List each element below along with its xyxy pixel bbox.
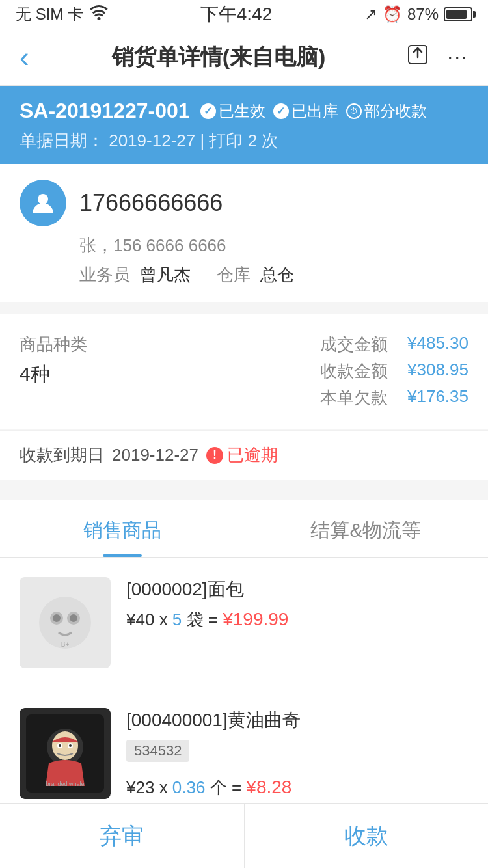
product-details-2: [000400001]黄油曲奇 534532 ¥23 x 0.36 个 = ¥8… bbox=[126, 708, 468, 799]
stats-left: 商品种类 4种 bbox=[20, 333, 87, 409]
overdue-badge: ! 已逾期 bbox=[206, 444, 278, 467]
warehouse-info: 仓库 总仓 bbox=[217, 264, 294, 286]
product-price-1: ¥40 x 5 袋 = ¥199.99 bbox=[126, 608, 468, 631]
customer-top: 17666666666 bbox=[20, 180, 468, 226]
status-badge-2: ✓ 已出库 bbox=[273, 101, 338, 122]
divider-1 bbox=[0, 303, 488, 314]
svg-point-1 bbox=[38, 194, 48, 204]
nav-right-icons: ··· bbox=[408, 45, 468, 70]
product-image-2: branded whale bbox=[20, 708, 111, 799]
svg-point-14 bbox=[69, 744, 72, 747]
bottom-bar: 弃审 收款 bbox=[0, 803, 488, 868]
svg-text:B+: B+ bbox=[61, 641, 70, 648]
tab-settlement[interactable]: 结算&物流等 bbox=[244, 500, 488, 557]
svg-point-13 bbox=[59, 744, 61, 747]
salesman-info: 业务员 曾凡杰 bbox=[79, 264, 191, 286]
type-value: 4种 bbox=[20, 361, 87, 388]
deal-row: 成交金额 ¥485.30 bbox=[320, 333, 468, 356]
status-badge-1: ✓ 已生效 bbox=[200, 101, 265, 122]
debt-row: 本单欠款 ¥176.35 bbox=[320, 387, 468, 409]
customer-meta: 业务员 曾凡杰 仓库 总仓 bbox=[79, 264, 468, 286]
product-price-2: ¥23 x 0.36 个 = ¥8.28 bbox=[126, 776, 468, 799]
customer-avatar bbox=[20, 180, 66, 226]
product-image-1: B+ bbox=[20, 577, 111, 668]
clock-icon: ⏱ bbox=[346, 103, 362, 119]
status-right: ↗ ⏰ 87% bbox=[364, 5, 472, 23]
status-time: 下午4:42 bbox=[200, 2, 273, 27]
divider-2 bbox=[0, 480, 488, 490]
due-date-label: 收款到期日 bbox=[20, 444, 104, 467]
product-name-2: [000400001]黄油曲奇 bbox=[126, 708, 468, 733]
check-icon-1: ✓ bbox=[200, 103, 216, 119]
received-row: 收款金额 ¥308.95 bbox=[320, 360, 468, 383]
product-sku-wrapper: 534532 bbox=[126, 739, 468, 770]
nav-bar: ‹ 销货单详情(来自电脑) ··· bbox=[0, 29, 488, 86]
due-date-value: 2019-12-27 bbox=[112, 445, 198, 465]
order-number: SA-20191227-001 bbox=[20, 99, 190, 123]
location-icon: ↗ bbox=[364, 5, 377, 23]
stats-grid: 商品种类 4种 成交金额 ¥485.30 收款金额 ¥308.95 本单欠款 ¥… bbox=[20, 333, 468, 409]
product-item-2: branded whale [000400001]黄油曲奇 534532 ¥23… bbox=[0, 688, 488, 819]
wifi-icon bbox=[90, 5, 108, 23]
stats-right: 成交金额 ¥485.30 收款金额 ¥308.95 本单欠款 ¥176.35 bbox=[320, 333, 468, 409]
alarm-icon: ⏰ bbox=[383, 5, 402, 23]
product-item: B+ [0000002]面包 ¥40 x 5 袋 = ¥199.99 bbox=[0, 558, 488, 688]
share-icon[interactable] bbox=[408, 45, 427, 70]
overdue-icon: ! bbox=[206, 447, 223, 464]
svg-point-5 bbox=[53, 614, 61, 622]
product-image-2-bg: branded whale bbox=[20, 708, 111, 799]
more-icon[interactable]: ··· bbox=[447, 45, 468, 69]
page-title: 销货单详情(来自电脑) bbox=[112, 42, 326, 72]
battery-text: 87% bbox=[407, 5, 439, 23]
type-label: 商品种类 bbox=[20, 333, 87, 356]
check-icon-2: ✓ bbox=[273, 103, 289, 119]
cancel-review-button[interactable]: 弃审 bbox=[0, 804, 245, 868]
product-details-1: [0000002]面包 ¥40 x 5 袋 = ¥199.99 bbox=[126, 577, 468, 668]
customer-section: 17666666666 张，156 6666 6666 业务员 曾凡杰 仓库 总… bbox=[0, 164, 488, 302]
svg-text:branded whale: branded whale bbox=[46, 781, 84, 787]
customer-phone: 17666666666 bbox=[79, 189, 223, 217]
product-name-1: [0000002]面包 bbox=[126, 577, 468, 602]
tab-underline bbox=[103, 554, 142, 557]
product-sku: 534532 bbox=[126, 740, 189, 762]
customer-contact: 张，156 6666 6666 bbox=[79, 234, 468, 257]
tabs-row: 销售商品 结算&物流等 bbox=[0, 500, 488, 558]
svg-point-6 bbox=[70, 614, 77, 622]
status-bar: 无 SIM 卡 下午4:42 ↗ ⏰ 87% bbox=[0, 0, 488, 29]
blue-date: 单据日期： 2019-12-27 | 打印 2 次 bbox=[20, 129, 468, 152]
due-date-section: 收款到期日 2019-12-27 ! 已逾期 bbox=[0, 430, 488, 480]
blue-header: SA-20191227-001 ✓ 已生效 ✓ 已出库 ⏱ 部分收款 单据日期：… bbox=[0, 86, 488, 164]
tabs-section: 销售商品 结算&物流等 bbox=[0, 500, 488, 558]
battery-icon bbox=[444, 7, 472, 21]
product-placeholder-1: B+ bbox=[20, 577, 111, 668]
status-badge-3: ⏱ 部分收款 bbox=[346, 101, 427, 122]
status-badges: ✓ 已生效 ✓ 已出库 ⏱ 部分收款 bbox=[200, 101, 427, 122]
product-list: B+ [0000002]面包 ¥40 x 5 袋 = ¥199.99 bbox=[0, 558, 488, 819]
status-left: 无 SIM 卡 bbox=[16, 4, 108, 25]
carrier-text: 无 SIM 卡 bbox=[16, 4, 83, 25]
tab-sales-products[interactable]: 销售商品 bbox=[0, 500, 244, 557]
overdue-text: 已逾期 bbox=[227, 444, 278, 467]
collect-payment-button[interactable]: 收款 bbox=[245, 804, 489, 868]
back-button[interactable]: ‹ bbox=[20, 41, 29, 74]
stats-section: 商品种类 4种 成交金额 ¥485.30 收款金额 ¥308.95 本单欠款 ¥… bbox=[0, 314, 488, 429]
